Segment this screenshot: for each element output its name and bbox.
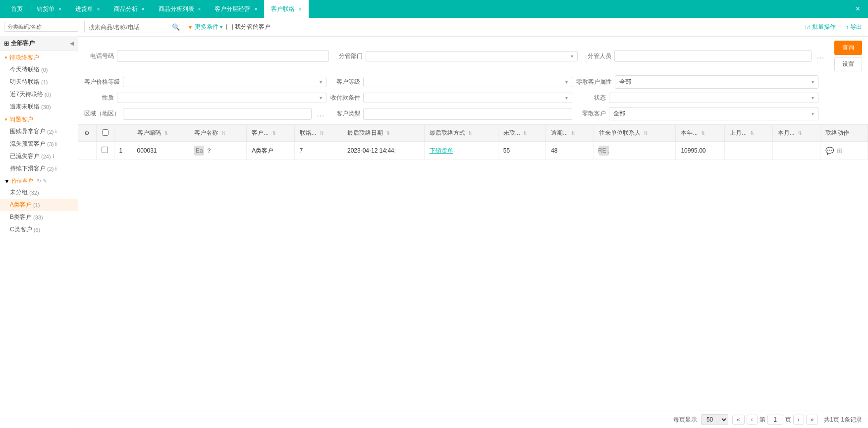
sidebar-item-tomorrow[interactable]: 明天待联络 (1) (0, 76, 78, 88)
close-sales-tab-icon[interactable]: × (58, 6, 61, 12)
manager-input[interactable] (614, 50, 812, 62)
dept-label: 分管部门 (333, 52, 363, 60)
status-label: 状态 (576, 94, 606, 102)
nav-item-analysis[interactable]: 商品分析 × (107, 0, 152, 18)
contact-count-column-header: 联络... ⇅ (294, 125, 342, 142)
sidebar-item-7days[interactable]: 近7天待联络 (0) (0, 88, 78, 101)
dept-select[interactable]: ▾ (366, 51, 578, 61)
page-number-input[interactable] (767, 415, 783, 425)
sidebar-item-class-a[interactable]: A类客户 (1) (0, 199, 78, 211)
horizontal-scrollbar[interactable] (78, 405, 868, 411)
nav-item-home[interactable]: 首页 (4, 0, 30, 18)
region-more-icon[interactable]: … (315, 109, 326, 118)
payment-label: 收付款条件 (330, 94, 360, 102)
sidebar-search-input[interactable] (4, 22, 78, 32)
nature-select[interactable]: ▾ (117, 93, 326, 103)
close-all-button[interactable]: × (852, 4, 864, 13)
nav-item-customer-contact[interactable]: 客户联络 × (264, 0, 309, 18)
prev-page-button[interactable]: ‹ (747, 415, 758, 425)
problem-customers-label[interactable]: ▼ 问题客户 (0, 113, 78, 125)
customer-type-input[interactable] (363, 108, 573, 120)
nav-item-sales[interactable]: 销货单 × (30, 0, 68, 18)
row-checkbox[interactable] (102, 147, 108, 153)
retail-customer-select[interactable]: 全部 ▾ (609, 107, 818, 120)
price-tier-label: 客户价格等级 (84, 78, 120, 86)
last-date-sort-icon[interactable]: ⇅ (386, 130, 390, 136)
payment-select[interactable]: ▾ (363, 93, 573, 103)
manager-more-icon[interactable]: … (814, 52, 826, 60)
sidebar-item-class-b[interactable]: B类客户 (33) (0, 211, 78, 223)
sidebar-item-class-c[interactable]: C类客户 (6) (0, 223, 78, 236)
customer-tier-select[interactable]: ▾ (363, 77, 573, 87)
first-page-button[interactable]: « (732, 415, 745, 425)
next-page-button[interactable]: › (793, 415, 804, 425)
type-sort-icon[interactable]: ⇅ (272, 130, 276, 136)
filter-icon: ▼ (187, 24, 193, 31)
sidebar-item-declining[interactable]: 持续下滑客户 (2) ℹ (0, 162, 78, 175)
filter-bar: 🔍 ▼ 更多条件 ▾ 我分管的客户 ☑ 批量操作 ↑ 导出 (78, 18, 868, 37)
last-month-column-header: 上月... ⇅ (725, 125, 772, 142)
this-year-sort-icon[interactable]: ⇅ (701, 130, 705, 136)
close-contact-tab-icon[interactable]: × (299, 6, 302, 12)
search-input[interactable] (85, 22, 169, 33)
payment-dropdown-icon: ▾ (565, 95, 568, 101)
name-sort-icon[interactable]: ⇅ (221, 130, 225, 136)
close-segment-tab-icon[interactable]: × (254, 6, 257, 12)
chat-icon[interactable]: 💬 (825, 147, 834, 155)
price-tier-select[interactable]: ▾ (123, 77, 326, 87)
my-customers-check-input[interactable] (226, 24, 233, 30)
nav-item-analysis-list[interactable]: 商品分析列表 × (152, 0, 208, 18)
sidebar-item-unclassified[interactable]: 未分组 (32) (0, 186, 78, 199)
contact-sort-icon[interactable]: ⇅ (320, 130, 324, 136)
row-last-contact-date: 2023-04-12 14:44: (342, 142, 425, 160)
sidebar-item-today[interactable]: 今天待联络 (0) (0, 63, 78, 76)
more-conditions-button[interactable]: ▼ 更多条件 ▾ (187, 23, 222, 31)
pending-contact-group-label[interactable]: ▼ 待联络客户 (0, 51, 78, 63)
sidebar-item-stockpile[interactable]: 囤购异常客户 (2) ℹ (0, 125, 78, 138)
contact-person-sort-icon[interactable]: ⇅ (644, 130, 648, 136)
group-value-customers: ▼ 价值客户 ↻ ✎ 未分组 (32) A类客户 (1) B类客户 (33) C… (0, 175, 78, 236)
status-select[interactable]: ▾ (609, 93, 818, 103)
query-button[interactable]: 查询 (834, 41, 862, 55)
region-input[interactable] (123, 108, 312, 120)
last-month-sort-icon[interactable]: ⇅ (750, 130, 754, 136)
page-size-select[interactable]: 50 10 20 100 (701, 414, 728, 425)
triangle-icon: ▼ (4, 55, 8, 60)
my-customers-checkbox[interactable]: 我分管的客户 (226, 23, 271, 31)
table-row: 1 000031 Ea ？ A类客户 7 2023-04 (78, 142, 868, 160)
refresh-icon[interactable]: ↻ (37, 178, 41, 184)
sidebar-item-overdue[interactable]: 逾期未联络 (30) (0, 101, 78, 113)
code-column-header: 客户编码 ⇅ (132, 125, 189, 142)
overdue-sort-icon[interactable]: ⇅ (571, 130, 575, 136)
sidebar-item-churned[interactable]: 已流失客户 (24) ℹ (0, 150, 78, 162)
export-button[interactable]: ↑ 导出 (846, 23, 862, 31)
qr-icon[interactable]: ⊞ (837, 147, 843, 155)
close-analysis-tab-icon[interactable]: × (142, 6, 145, 12)
select-all-checkbox[interactable] (102, 129, 108, 136)
nav-item-purchase[interactable]: 进货单 × (68, 0, 107, 18)
not-contacted-sort-icon[interactable]: ⇅ (523, 130, 527, 136)
sidebar-item-churn-warning[interactable]: 流失预警客户 (3) ℹ (0, 138, 78, 150)
page-label: 第 (760, 416, 765, 424)
last-page-button[interactable]: » (806, 415, 818, 425)
search-button[interactable]: 🔍 (169, 21, 183, 33)
nav-item-customer-segment[interactable]: 客户分层经营 × (208, 0, 264, 18)
value-customers-header: ▼ 价值客户 ↻ ✎ (0, 175, 78, 186)
phone-input[interactable] (117, 50, 329, 62)
code-sort-icon[interactable]: ⇅ (164, 130, 168, 136)
all-customers-header[interactable]: ⊞ 全部客户 ◀ (0, 36, 78, 51)
group-pending-contact: ▼ 待联络客户 今天待联络 (0) 明天待联络 (1) 近7天待联络 (0) 逾… (0, 51, 78, 113)
gear-icon[interactable]: ⚙ (84, 130, 90, 137)
export-icon: ↑ (846, 24, 849, 31)
last-contact-method-link[interactable]: 下销货单 (430, 147, 453, 154)
batch-operation-button[interactable]: ☑ 批量操作 (805, 23, 836, 31)
this-month-sort-icon[interactable]: ⇅ (798, 130, 802, 136)
close-purchase-tab-icon[interactable]: × (97, 6, 100, 12)
retail-customer-label: 零散客户 (576, 109, 606, 118)
row-code: 000031 (132, 142, 189, 160)
settings-button[interactable]: 设置 (834, 57, 862, 71)
retail-attr-select[interactable]: 全部 ▾ (615, 75, 818, 89)
edit-icon[interactable]: ✎ (43, 178, 47, 184)
close-analysis-list-tab-icon[interactable]: × (198, 6, 201, 12)
last-method-sort-icon[interactable]: ⇅ (468, 130, 472, 136)
